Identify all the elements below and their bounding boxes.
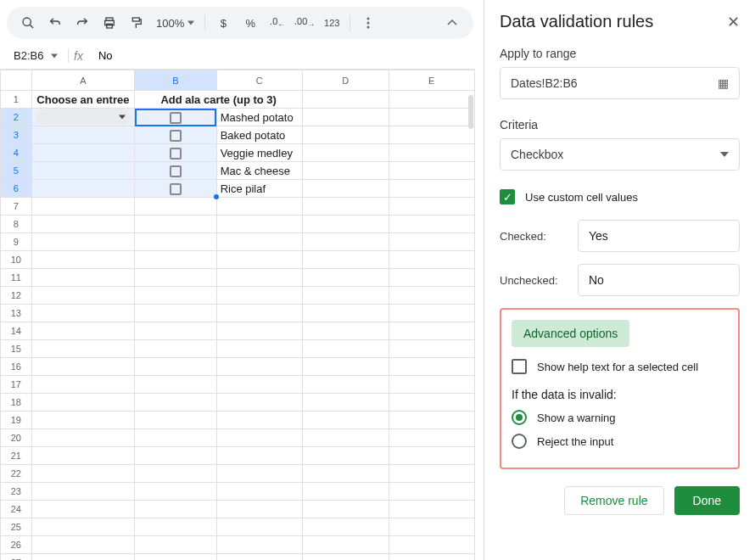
cell[interactable] <box>389 465 475 483</box>
cell[interactable] <box>303 518 389 536</box>
cell[interactable] <box>216 465 302 483</box>
apply-range-input[interactable]: Dates!B2:B6 ▦ <box>500 67 740 99</box>
cell[interactable] <box>216 412 302 429</box>
cell[interactable] <box>135 251 216 269</box>
show-warning-radio[interactable] <box>512 410 527 425</box>
cell[interactable] <box>31 287 135 305</box>
cell[interactable] <box>303 198 389 216</box>
cell[interactable] <box>303 554 389 561</box>
cell[interactable] <box>135 518 216 536</box>
row-header[interactable]: 11 <box>1 269 32 287</box>
cell[interactable] <box>216 287 302 305</box>
cell[interactable] <box>389 394 475 412</box>
cell[interactable] <box>303 412 389 429</box>
cell[interactable] <box>135 109 216 126</box>
cell[interactable] <box>303 394 389 412</box>
cell[interactable] <box>389 412 475 429</box>
cell[interactable] <box>216 198 302 216</box>
paint-format-icon[interactable] <box>126 12 148 34</box>
cell[interactable] <box>31 109 135 126</box>
cell[interactable] <box>389 126 475 144</box>
cell[interactable] <box>31 429 135 447</box>
cell[interactable] <box>303 287 389 305</box>
cell[interactable] <box>216 216 302 233</box>
checked-value-input[interactable]: Yes <box>578 220 740 252</box>
cell[interactable] <box>389 269 475 287</box>
cell[interactable] <box>31 340 135 358</box>
cell[interactable] <box>389 144 475 162</box>
cell[interactable] <box>135 412 216 429</box>
cell[interactable] <box>303 465 389 483</box>
cell[interactable] <box>216 447 302 465</box>
cell[interactable]: Baked potato <box>216 126 302 144</box>
cell[interactable] <box>389 251 475 269</box>
cell[interactable] <box>216 394 302 412</box>
cell[interactable] <box>303 358 389 376</box>
cell[interactable] <box>31 233 135 251</box>
row-header[interactable]: 24 <box>1 501 32 518</box>
cell[interactable] <box>389 322 475 340</box>
advanced-options-toggle[interactable]: Advanced options <box>512 320 629 347</box>
cell[interactable] <box>389 554 475 561</box>
cell[interactable] <box>303 305 389 322</box>
cell[interactable]: Mac & cheese <box>216 162 302 180</box>
cell[interactable] <box>31 501 135 518</box>
cell[interactable] <box>389 198 475 216</box>
cell[interactable]: Mashed potato <box>216 109 302 126</box>
currency-icon[interactable]: $ <box>212 12 234 34</box>
cell[interactable] <box>303 429 389 447</box>
cell[interactable] <box>31 376 135 394</box>
selection-handle[interactable] <box>214 194 219 199</box>
cell[interactable] <box>389 536 475 554</box>
cell[interactable] <box>303 536 389 554</box>
cell[interactable] <box>303 126 389 144</box>
redo-icon[interactable] <box>71 12 93 34</box>
col-header-c[interactable]: C <box>216 70 302 91</box>
cell[interactable] <box>303 251 389 269</box>
cell[interactable] <box>303 180 389 198</box>
cell[interactable] <box>135 376 216 394</box>
col-header-e[interactable]: E <box>389 70 475 91</box>
cell[interactable]: Choose an entree <box>31 91 135 109</box>
custom-values-checkbox[interactable]: ✓ <box>500 189 515 204</box>
cell[interactable] <box>31 180 135 198</box>
cell[interactable] <box>135 233 216 251</box>
row-header[interactable]: 13 <box>1 305 32 322</box>
cell[interactable] <box>216 305 302 322</box>
cell[interactable] <box>303 340 389 358</box>
cell[interactable] <box>303 376 389 394</box>
cell[interactable] <box>135 144 216 162</box>
cell[interactable] <box>135 340 216 358</box>
row-header[interactable]: 25 <box>1 518 32 536</box>
row-header[interactable]: 27 <box>1 554 32 561</box>
cell[interactable] <box>31 536 135 554</box>
cell[interactable] <box>389 287 475 305</box>
col-header-b[interactable]: B <box>135 70 216 91</box>
cell[interactable] <box>135 394 216 412</box>
row-header[interactable]: 21 <box>1 447 32 465</box>
cell[interactable] <box>135 322 216 340</box>
dropdown-chip[interactable] <box>36 109 131 125</box>
help-text-checkbox[interactable] <box>512 359 527 374</box>
row-header[interactable]: 22 <box>1 465 32 483</box>
cell[interactable] <box>216 518 302 536</box>
unchecked-value-input[interactable]: No <box>578 264 740 296</box>
cell[interactable] <box>216 483 302 501</box>
cell[interactable] <box>389 305 475 322</box>
cell[interactable] <box>389 501 475 518</box>
col-header-d[interactable]: D <box>303 70 389 91</box>
decrease-decimal-icon[interactable]: .0← <box>266 12 288 34</box>
cell[interactable] <box>303 144 389 162</box>
cell[interactable] <box>135 465 216 483</box>
cell[interactable] <box>303 91 389 109</box>
cell[interactable] <box>303 483 389 501</box>
checkbox-icon[interactable] <box>170 130 182 142</box>
cell[interactable] <box>216 269 302 287</box>
cell[interactable] <box>135 501 216 518</box>
row-header[interactable]: 7 <box>1 198 32 216</box>
cell[interactable] <box>303 109 389 126</box>
checkbox-icon[interactable] <box>170 165 182 177</box>
cell[interactable] <box>31 162 135 180</box>
cell[interactable] <box>135 198 216 216</box>
row-header[interactable]: 1 <box>1 91 32 109</box>
